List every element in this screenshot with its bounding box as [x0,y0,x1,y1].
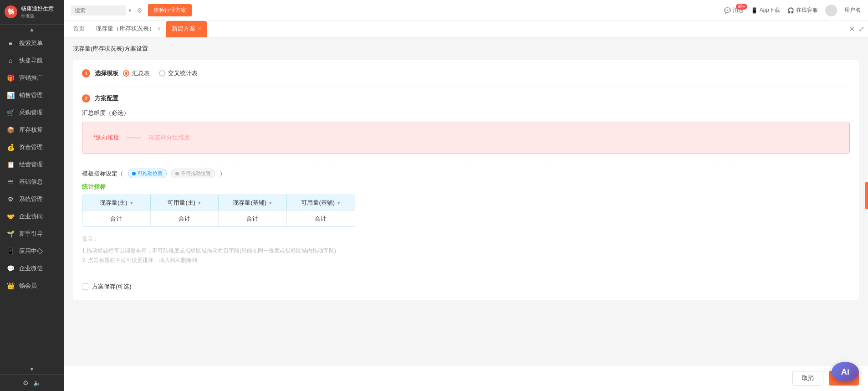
sidebar-item-search-menu[interactable]: ≡ 搜索菜单 [0,35,64,52]
sidebar-item-newcomer[interactable]: 🌱 新手引导 [0,225,64,242]
topbar-search: ▾ [71,5,131,15]
col1-chevron-icon[interactable]: ▾ [198,200,201,206]
message-icon: 💬 [724,7,731,14]
right-edge-handle[interactable] [865,182,868,209]
sidebar-item-sales[interactable]: 📊 销售管理 [0,87,64,104]
audio-button[interactable]: 🔈 [33,379,41,386]
window-close-button[interactable]: ✕ [849,25,855,33]
username-label: 用户名 [844,6,861,14]
sidebar-item-wechat[interactable]: 💬 企业微信 [0,260,64,277]
cell-0: 合计 [82,211,151,226]
radio-summary-circle [123,70,129,77]
tab-new-scheme-close[interactable]: × [198,26,201,32]
save-checkbox[interactable] [82,283,88,290]
avatar [825,5,837,16]
sales-icon: 📊 [6,91,15,99]
col2-chevron-icon[interactable]: ▾ [269,200,272,206]
app-center-icon: 📱 [6,247,15,255]
page-title: 现存量(库存状况表)方案设置 [73,45,859,53]
draggable-badge: 可拖动位置 [128,169,167,178]
tab-inventory-close[interactable]: × [158,26,161,32]
search-menu-icon: ≡ [6,39,15,47]
app-logo-text: 畅康通好生意 标准版 [21,5,54,19]
cancel-button[interactable]: 取消 [792,371,823,386]
sidebar-item-quick-nav[interactable]: ⌂ 快捷导航 [0,52,64,69]
sidebar: 畅 畅康通好生意 标准版 ▲ ≡ 搜索菜单 ⌂ 快捷导航 🎁 营销推广 📊 销售… [0,0,64,391]
search-input[interactable] [71,5,126,15]
sidebar-item-operations[interactable]: 📋 经营管理 [0,156,64,173]
inventory-icon: 📦 [6,126,15,134]
sidebar-item-app-center[interactable]: 📱 应用中心 [0,242,64,260]
scheme-panel: 1 选择模板 汇总表 交叉统计表 [73,60,859,300]
save-option: 方案保存(可选) [82,275,850,291]
sidebar-scroll-up[interactable]: ▲ [0,25,64,35]
stats-table-header: 现存量(主) ▾ 可用量(主) ▾ 现存量(基辅) ▾ 可用量(基辅) [82,195,355,211]
sidebar-item-purchase[interactable]: 🛒 采购管理 [0,104,64,121]
newcomer-icon: 🌱 [6,230,15,238]
chevron-down-icon[interactable]: ▾ [128,7,131,14]
tab-home[interactable]: 首页 [67,21,90,37]
cell-1: 合计 [151,211,219,226]
col-header-0[interactable]: 现存量(主) ▾ [82,195,151,211]
tab-inventory[interactable]: 现存量（库存状况表） × [90,21,166,37]
dimension-label: 汇总维度（必选） [82,109,850,117]
app-download-btn[interactable]: 📱 App下载 [751,6,780,14]
content-area: 现存量(库存状况表)方案设置 1 选择模板 汇总表 交叉统计表 [64,37,868,365]
app-logo-icon: 畅 [5,5,17,18]
purchase-icon: 🛒 [6,108,15,117]
dimension-placeholder: 请选择分组维度 [148,134,190,142]
cell-2: 合计 [219,211,287,226]
dimension-required-label: *纵向维度 [93,134,119,142]
indicator-label: 模板指标设定（ 可拖动位置 不可拖动位置 ） [82,169,850,178]
radio-cross[interactable]: 交叉统计表 [159,69,198,77]
dimension-box[interactable]: *纵向维度 —— 请选择分组维度 [82,122,850,154]
quick-nav-icon: ⌂ [6,57,15,65]
sidebar-logo: 畅 畅康通好生意 标准版 [0,0,64,25]
step1-num: 1 [82,69,90,77]
sidebar-item-basic-info[interactable]: 🗃 基础信息 [0,173,64,190]
step1-section: 1 选择模板 汇总表 交叉统计表 [82,69,850,77]
industry-btn[interactable]: 体验行业方案 [148,4,192,16]
step2-section: 2 方案配置 汇总维度（必选） *纵向维度 —— 请选择分组维度 模板指标设定（ [82,94,850,266]
enterprise-icon: 🤝 [6,212,15,221]
non-draggable-badge: 不可拖动位置 [171,169,215,178]
gear-icon[interactable]: ⚙ [137,7,143,14]
operations-icon: 📋 [6,160,15,169]
col-header-3[interactable]: 可用量(基辅) ▾ [287,195,355,211]
tab-new-scheme[interactable]: 新建方案 × [166,21,207,37]
divider-2 [82,161,850,161]
save-label: 方案保存(可选) [92,283,132,291]
col-header-2[interactable]: 现存量(基辅) ▾ [219,195,287,211]
system-icon: ⚙ [6,195,15,203]
radio-summary[interactable]: 汇总表 [123,69,150,77]
main-area: ▾ ⚙ 体验行业方案 💬 消息 99+ 📱 App下载 🎧 在线客服 用户名 [64,0,868,391]
sidebar-item-finance[interactable]: 💰 资金管理 [0,139,64,156]
tips-section: 提示： 1.拖动标题栏可以调整布局，不可跨维度或指标区域拖动栏目字段(只能在同一… [82,234,850,266]
tabs-window-controls: ✕ ⤢ [849,25,864,33]
sidebar-item-system[interactable]: ⚙ 系统管理 [0,190,64,208]
step2-header: 2 方案配置 [82,94,850,103]
stats-title: 统计指标 [82,183,850,191]
ai-float-button[interactable]: Ai [832,362,859,382]
col3-chevron-icon[interactable]: ▾ [337,200,340,206]
sidebar-item-enterprise[interactable]: 🤝 企业协同 [0,208,64,225]
messages-btn[interactable]: 💬 消息 99+ [724,6,744,14]
step1-title: 选择模板 [95,69,118,77]
window-expand-button[interactable]: ⤢ [858,25,864,33]
col-header-1[interactable]: 可用量(主) ▾ [151,195,219,211]
stats-table-body: 合计 合计 合计 合计 [82,211,355,226]
sidebar-nav: ≡ 搜索菜单 ⌂ 快捷导航 🎁 营销推广 📊 销售管理 🛒 采购管理 📦 库存核… [0,35,64,364]
service-btn[interactable]: 🎧 在线客服 [787,6,818,14]
topbar-right: 💬 消息 99+ 📱 App下载 🎧 在线客服 用户名 [724,5,861,16]
settings-button[interactable]: ⚙ [23,379,29,386]
sidebar-item-marketing[interactable]: 🎁 营销推广 [0,69,64,87]
sidebar-item-member[interactable]: 👑 畅会员 [0,277,64,294]
col0-chevron-icon[interactable]: ▾ [130,200,133,206]
sidebar-scroll-down[interactable]: ▼ [0,364,64,374]
radio-cross-circle [159,70,165,77]
tab-bar: 首页 现存量（库存状况表） × 新建方案 × ✕ ⤢ [64,21,868,37]
stats-table: 现存量(主) ▾ 可用量(主) ▾ 现存量(基辅) ▾ 可用量(基辅) [82,195,355,227]
dimension-arrow: —— [127,134,141,142]
sidebar-item-inventory[interactable]: 📦 库存核算 [0,121,64,139]
phone-icon: 📱 [751,7,758,14]
